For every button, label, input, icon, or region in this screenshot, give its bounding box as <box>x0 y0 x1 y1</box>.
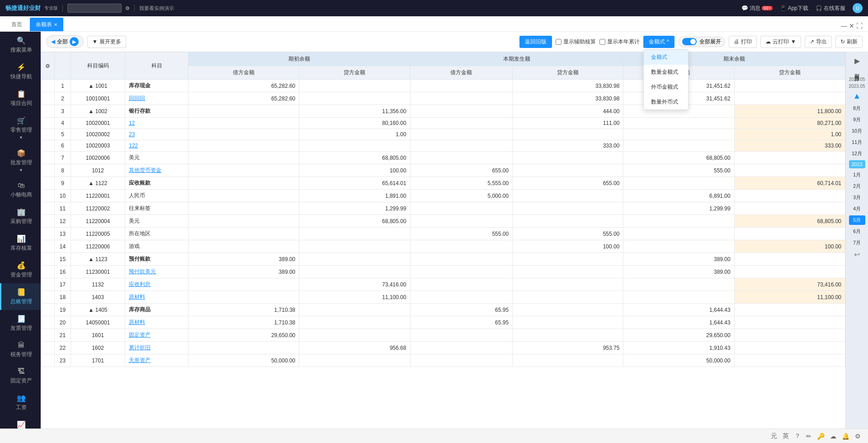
gear-icon[interactable]: ⚙ <box>125 5 130 11</box>
row-name[interactable]: 122 <box>125 140 189 152</box>
bottom-help-icon[interactable]: ？ <box>794 432 801 440</box>
row-closing-debit: 1,644.43 <box>623 304 734 316</box>
sidebar-item-invoice-label: 发票管理 <box>10 324 32 332</box>
bottom-cloud-icon[interactable]: ☁ <box>830 433 836 440</box>
message-action[interactable]: 💬 消息 99+ <box>741 5 772 12</box>
month-8[interactable]: 8月 <box>849 104 865 113</box>
mode-select-btn[interactable]: 金额式 ^ <box>643 36 675 48</box>
window-close-icon[interactable]: ✕ <box>849 22 854 29</box>
back-arrow-icon[interactable]: ◀ <box>51 38 55 45</box>
table-row: 5 10020002 23 1.00 1.00 <box>41 129 845 140</box>
window-minimize-icon[interactable]: — <box>841 22 847 29</box>
window-expand-icon[interactable]: ⛶ <box>856 22 863 29</box>
row-closing-credit <box>734 80 845 92</box>
bottom-edit-icon[interactable]: ✏ <box>806 433 811 440</box>
row-name[interactable]: 原材料 <box>125 316 189 329</box>
mode-option-foreign-amount[interactable]: 外币金额式 <box>644 80 688 95</box>
month-9[interactable]: 9月 <box>849 115 865 124</box>
refresh-btn[interactable]: ↻ 刷新 <box>835 36 863 48</box>
tab-home[interactable]: 首页 <box>5 18 28 31</box>
month-10[interactable]: 10月 <box>849 126 865 136</box>
month-3[interactable]: 3月 <box>849 193 865 202</box>
row-name: 应收账款 <box>125 177 189 190</box>
month-7[interactable]: 7月 <box>849 238 865 248</box>
bottom-en-icon[interactable]: 英 <box>783 432 789 440</box>
sidebar-item-ecommerce[interactable]: 🛍 小畅电商 <box>0 177 41 203</box>
user-action[interactable]: U <box>853 3 863 13</box>
sidebar-item-management[interactable]: 📈 经营管理 <box>0 416 41 429</box>
year-2023-btn[interactable]: 2023 <box>849 160 865 168</box>
sidebar-item-invoice[interactable]: 🧾 发票管理 <box>0 310 41 337</box>
sidebar-item-wholesale[interactable]: 📦 批发管理 ▼ <box>0 144 41 177</box>
mode-option-qty-foreign[interactable]: 数量外币式 <box>644 95 688 110</box>
cloud-print-arrow-icon: ▼ <box>791 38 796 45</box>
sidebar-item-tax[interactable]: 🏛 税务管理 <box>0 337 41 363</box>
row-opening-debit <box>189 118 299 129</box>
top-search-input[interactable] <box>67 4 122 13</box>
tab-bar: 首页 余额表 ✕ — ✕ ⛶ <box>0 16 868 32</box>
show-year-total-check[interactable]: 显示本年累计 <box>599 38 640 46</box>
month-12[interactable]: 12月 <box>849 149 865 158</box>
row-opening-credit: 80,160.00 <box>299 118 410 129</box>
print-btn[interactable]: 🖨 打印 <box>729 36 757 48</box>
expand-more-btn[interactable]: ▼ 展开更多 <box>87 36 126 48</box>
row-current-credit: 333.00 <box>513 140 623 152</box>
expand-all-toggle[interactable]: 全部展开 <box>678 37 725 47</box>
month-1[interactable]: 1月 <box>849 170 865 180</box>
row-name[interactable]: 无形资产 <box>125 354 189 367</box>
row-name[interactable]: 累计折旧 <box>125 342 189 354</box>
sidebar-item-ledger[interactable]: 📒 总账管理 <box>0 283 41 310</box>
cloud-print-btn[interactable]: ☁ 云打印 ▼ <box>760 36 801 48</box>
main-layout: 🔍 搜索菜单 ⚡ 快捷导航 📋 项目合同 🛒 零售管理 ▼ 📦 批发管理 ▼ 🛍… <box>0 32 868 429</box>
mode-option-qty-amount[interactable]: 数量金额式 <box>644 65 688 80</box>
bottom-key-icon[interactable]: 🔑 <box>817 433 825 440</box>
month-11[interactable]: 11月 <box>849 138 865 147</box>
row-name[interactable]: 固定资产 <box>125 329 189 342</box>
year-total-checkbox[interactable] <box>599 39 605 45</box>
online-service-action[interactable]: 🎧 在线客服 <box>816 5 845 12</box>
bottom-yuan-icon[interactable]: 元 <box>771 432 777 440</box>
sidebar-item-finance[interactable]: 💰 资金管理 <box>0 257 41 283</box>
breadcrumb-forward-btn[interactable]: ▶ <box>70 37 79 46</box>
sidebar-item-inventory[interactable]: 📊 库存核算 <box>0 230 41 257</box>
period-up-icon[interactable]: ▲ <box>852 91 862 102</box>
month-5[interactable]: 5月 <box>849 215 865 225</box>
app-download-action[interactable]: 📱 App下载 <box>780 5 808 12</box>
row-opening-credit <box>299 329 410 342</box>
period-down-icon[interactable]: ↩ <box>853 249 861 260</box>
sidebar-item-assets[interactable]: 🏗 固定资产 <box>0 363 41 389</box>
export-btn[interactable]: ↗ 导出 <box>805 36 832 48</box>
row-current-debit: 5,000.00 <box>410 190 513 202</box>
row-name[interactable]: 12 <box>125 118 189 129</box>
row-name[interactable]: 预付款美元 <box>125 266 189 278</box>
month-6[interactable]: 6月 <box>849 227 865 236</box>
auxiliary-checkbox[interactable] <box>556 39 561 45</box>
sidebar-item-wholesale-label: 批发管理 <box>10 159 32 167</box>
row-current-credit <box>513 152 623 164</box>
demo-link[interactable]: 我要看实例演示 <box>139 5 174 12</box>
row-name[interactable]: 23 <box>125 129 189 140</box>
show-auxiliary-check[interactable]: 显示辅助核算 <box>556 38 596 46</box>
bottom-settings-icon[interactable]: ⚙ <box>855 433 861 440</box>
row-name[interactable]: 其他货币资金 <box>125 164 189 177</box>
settings-col-header[interactable]: ⚙ <box>41 52 55 80</box>
return-old-version-btn[interactable]: 返回旧版 <box>519 36 552 48</box>
row-name[interactable]: 回回回 <box>125 92 189 105</box>
month-4[interactable]: 4月 <box>849 204 865 214</box>
sidebar-item-purchase[interactable]: 🏢 采购管理 <box>0 203 41 230</box>
row-name[interactable]: 原材料 <box>125 291 189 304</box>
sidebar-item-project[interactable]: 📋 项目合同 <box>0 85 41 112</box>
tab-balance[interactable]: 余额表 ✕ <box>30 18 63 31</box>
month-2[interactable]: 2月 <box>849 181 865 191</box>
bottom-bell-icon[interactable]: 🔔 <box>842 433 849 440</box>
mode-option-amount[interactable]: 金额式 <box>644 50 688 65</box>
row-name[interactable]: 应收利息 <box>125 278 189 291</box>
right-panel-collapse-icon[interactable]: ▶ <box>854 56 861 66</box>
sidebar-item-salary[interactable]: 👥 工资 <box>0 389 41 416</box>
sidebar-item-quicknav[interactable]: ⚡ 快捷导航 <box>0 58 41 85</box>
sidebar-item-search[interactable]: 🔍 搜索菜单 <box>0 32 41 58</box>
tab-balance-close[interactable]: ✕ <box>54 22 57 27</box>
row-code: 10020002 <box>71 129 125 140</box>
row-closing-debit: 50,000.00 <box>623 354 734 367</box>
sidebar-item-retail[interactable]: 🛒 零售管理 ▼ <box>0 112 41 144</box>
